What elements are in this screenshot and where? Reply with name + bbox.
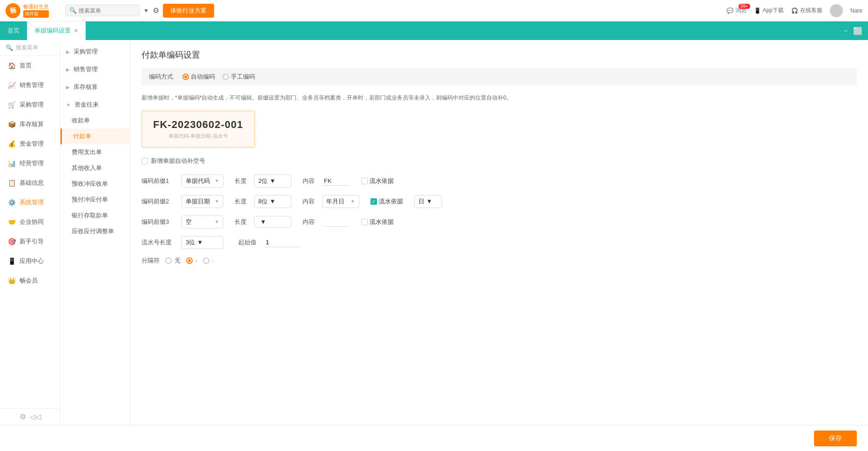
auto-fill-checkbox[interactable]: [141, 158, 148, 164]
sec-nav-sales-label: 销售管理: [74, 65, 98, 74]
length-arrow-2: ▼: [269, 198, 276, 205]
sec-nav-item-other-income[interactable]: 其他收入单: [61, 160, 130, 176]
sep-radio-dash[interactable]: ·: [203, 257, 214, 264]
sidebar-item-operation-label: 经营管理: [20, 159, 44, 168]
sec-nav-item-pre-payment[interactable]: 预付冲应付单: [61, 192, 130, 208]
serial-value: 3位: [186, 238, 195, 247]
serial-select[interactable]: 3位 ▼: [182, 236, 223, 249]
flow-day-select[interactable]: 日 ▼: [414, 195, 442, 208]
sec-nav-group-inventory-header[interactable]: ▶ 库存核算: [61, 79, 130, 95]
content-select-2-value: 年月日: [326, 197, 344, 206]
maximize-icon[interactable]: ⬜: [853, 27, 862, 35]
length-select-2[interactable]: 8位 ▼: [254, 195, 291, 208]
separator-row: 分隔符 无 · ·: [141, 256, 857, 265]
sec-nav-group-finance-header[interactable]: ▼ 资金往来: [61, 97, 130, 113]
sec-nav-item-payment[interactable]: 付款单: [61, 128, 130, 144]
content-input-1[interactable]: [322, 176, 350, 186]
sec-nav-item-receipt[interactable]: 收款单: [61, 113, 130, 128]
sidebar-item-inventory[interactable]: 📦 库存核算: [0, 114, 60, 134]
search-bar[interactable]: 🔍: [65, 5, 140, 16]
page-title: 付款单编码设置: [141, 49, 857, 61]
enterprise-icon: 🤝: [7, 218, 16, 226]
content-select-2[interactable]: 年月日 ▼: [322, 195, 359, 208]
manual-code-radio-dot: [222, 74, 229, 80]
manual-code-label: 手工编码: [231, 73, 255, 81]
length-select-1[interactable]: 2位 ▼: [254, 175, 291, 188]
auto-code-radio[interactable]: 自动编码: [182, 73, 215, 81]
encoding-method: 编码方式 自动编码 手工编码: [141, 68, 857, 86]
sep-value-none: 无: [175, 256, 181, 265]
sidebar-item-newguide-label: 新手引导: [20, 237, 44, 246]
sidebar-item-system[interactable]: ⚙️ 系统管理: [0, 193, 60, 212]
sec-nav-item-expense[interactable]: 费用支出单: [61, 144, 130, 160]
flow-day-arrow: ▼: [426, 198, 432, 205]
tab-home[interactable]: 首页: [0, 21, 27, 40]
sidebar-item-inventory-label: 库存核算: [20, 120, 44, 128]
length-arrow-1: ▼: [269, 177, 276, 184]
app-download-item[interactable]: 📱 App下载: [754, 7, 784, 14]
sidebar-bottom: ⚙ ◁◁: [0, 408, 60, 425]
flow-checkbox-1[interactable]: 流水依据: [361, 177, 394, 185]
sec-nav-item-bank[interactable]: 银行存取款单: [61, 208, 130, 223]
message-item[interactable]: 💬 消息 99+: [727, 7, 747, 14]
sidebar-collapse-icon[interactable]: ◁◁: [30, 412, 41, 421]
search-input[interactable]: [79, 7, 135, 14]
settings-icon[interactable]: ⚙: [153, 6, 159, 15]
online-service-item[interactable]: 🎧 在线客服: [791, 7, 822, 14]
prefix-select-1-value: 单据代码: [186, 177, 210, 185]
sidebar-item-home-label: 首页: [20, 61, 32, 70]
appcenter-icon: 📱: [7, 257, 16, 265]
sep-dot-dash: [203, 257, 209, 264]
start-input[interactable]: [264, 238, 301, 247]
prefix-select-3-arrow: ▼: [215, 219, 219, 224]
sidebar-item-operation[interactable]: 📊 经营管理: [0, 154, 60, 173]
sep-radio-none[interactable]: 无: [165, 256, 181, 265]
length-label-3: 长度: [235, 218, 247, 226]
flow-checkbox-box-3: [361, 219, 368, 225]
code-preview: FK-20230602-001 单据代码-单据日期-流水号: [141, 111, 255, 148]
flow-checkbox-label-2: 流水依据: [379, 197, 403, 206]
flow-checkbox-3[interactable]: 流水依据: [361, 218, 394, 226]
trial-button[interactable]: 体验行业方案: [163, 4, 214, 18]
sidebar-item-home[interactable]: 🏠 首页: [0, 56, 60, 75]
prefix-select-3[interactable]: 空 ▼: [182, 215, 223, 229]
manual-code-radio[interactable]: 手工编码: [222, 73, 255, 81]
system-icon: ⚙️: [7, 198, 16, 207]
sidebar-search[interactable]: 🔍 搜索菜单: [0, 40, 60, 56]
dropdown-arrow-icon: ▼: [143, 7, 149, 14]
sidebar-item-appcenter[interactable]: 📱 应用中心: [0, 251, 60, 271]
sidebar-item-enterprise[interactable]: 🤝 企业协同: [0, 212, 60, 232]
sep-radio-dot[interactable]: ·: [186, 257, 197, 264]
sidebar-item-finance[interactable]: 💰 资金管理: [0, 134, 60, 154]
user-name: Nare: [850, 7, 862, 14]
close-icon[interactable]: ✕: [74, 27, 78, 34]
flow-checkbox-box-2: ✓: [370, 198, 377, 205]
flow-checkbox-label-3: 流水依据: [370, 218, 394, 226]
sidebar-item-newguide[interactable]: 🎯 新手引导: [0, 232, 60, 251]
sidebar-item-sales[interactable]: 📈 销售管理: [0, 75, 60, 95]
top-dropdown[interactable]: ▼: [143, 7, 149, 14]
minimize-icon[interactable]: －: [842, 26, 849, 36]
serial-arrow: ▼: [197, 239, 203, 246]
sidebar-settings-icon[interactable]: ⚙: [20, 412, 26, 421]
sec-nav-item-adjustment[interactable]: 应收应付调整单: [61, 223, 130, 239]
code-preview-sub: 单据代码-单据日期-流水号: [153, 133, 243, 140]
save-button[interactable]: 保存: [814, 431, 857, 446]
info-text: 新增单据时，*单据编码*自动生成，不可编辑。前缀设置为部门、业务员等档案类，开单…: [141, 93, 857, 103]
sidebar-item-basic[interactable]: 📋 基础信息: [0, 173, 60, 193]
content-input-3[interactable]: [322, 217, 350, 227]
sec-nav-group-sales: ▶ 销售管理: [61, 61, 130, 77]
secondary-nav: ▶ 采购管理 ▶ 销售管理 ▶ 库存核算 ▼ 资金往来 收款单 付款单 费用支出…: [61, 40, 130, 425]
content-label-2: 内容: [303, 197, 315, 206]
sec-nav-group-purchase-header[interactable]: ▶ 采购管理: [61, 44, 130, 60]
length-select-3[interactable]: ▼: [254, 216, 291, 228]
prefix-select-1[interactable]: 单据代码 ▼: [182, 175, 223, 188]
nav-tabs: 首页 单据编码设置 ✕ － ⬜: [0, 21, 868, 40]
sidebar-item-member[interactable]: 👑 畅会员: [0, 271, 60, 290]
sec-nav-group-sales-header[interactable]: ▶ 销售管理: [61, 61, 130, 77]
tab-encoding-settings[interactable]: 单据编码设置 ✕: [27, 21, 86, 40]
prefix-select-2[interactable]: 单据日期 ▼: [182, 195, 223, 208]
sec-nav-item-pre-receipt[interactable]: 预收冲应收单: [61, 176, 130, 192]
sidebar-item-purchase[interactable]: 🛒 采购管理: [0, 95, 60, 114]
flow-checkbox-2[interactable]: ✓ 流水依据: [370, 197, 403, 206]
